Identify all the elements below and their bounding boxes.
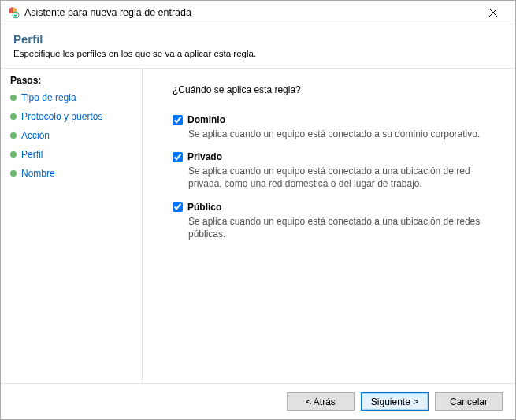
sidebar-item-label: Acción — [21, 130, 50, 141]
close-icon — [489, 9, 497, 17]
sidebar-item-accion[interactable]: Acción — [10, 130, 132, 141]
footer: < Atrás Siguiente > Cancelar — [1, 383, 515, 419]
cancel-button[interactable]: Cancelar — [435, 392, 503, 411]
sidebar-item-label: Tipo de regla — [21, 92, 76, 103]
sidebar-item-label: Nombre — [21, 168, 55, 179]
window-title: Asistente para nueva regla de entrada — [24, 7, 477, 18]
profile-desc: Se aplica cuando un equipo está conectad… — [188, 165, 493, 190]
steps-heading: Pasos: — [10, 75, 132, 86]
profile-desc: Se aplica cuando un equipo está conectad… — [188, 128, 493, 140]
sidebar-item-label: Perfil — [21, 149, 43, 160]
bullet-icon — [10, 113, 17, 120]
sidebar: Pasos: Tipo de regla Protocolo y puertos… — [1, 69, 143, 383]
sidebar-item-protocolo[interactable]: Protocolo y puertos — [10, 111, 132, 122]
sidebar-item-tipo[interactable]: Tipo de regla — [10, 92, 132, 103]
bullet-icon — [10, 95, 17, 101]
back-button[interactable]: < Atrás — [287, 392, 355, 411]
close-button[interactable] — [477, 2, 509, 24]
bullet-icon — [10, 170, 17, 177]
profile-row: Privado — [173, 151, 493, 162]
profile-label: Público — [187, 202, 221, 213]
sidebar-item-nombre[interactable]: Nombre — [10, 168, 132, 179]
profile-row: Público — [173, 202, 493, 213]
profile-question: ¿Cuándo se aplica esta regla? — [173, 84, 493, 95]
body-area: Pasos: Tipo de regla Protocolo y puertos… — [1, 69, 515, 383]
header-band: Perfil Especifique los perfiles en los q… — [1, 24, 515, 69]
profile-label: Dominio — [187, 114, 225, 125]
next-button[interactable]: Siguiente > — [361, 392, 429, 411]
profile-label: Privado — [187, 151, 222, 162]
sidebar-item-perfil[interactable]: Perfil — [10, 149, 132, 160]
titlebar: Asistente para nueva regla de entrada — [1, 1, 515, 24]
page-subtitle: Especifique los perfiles en los que se v… — [13, 49, 503, 58]
bullet-icon — [10, 151, 17, 158]
profile-group-privado: Privado Se aplica cuando un equipo está … — [173, 151, 493, 190]
profile-group-publico: Público Se aplica cuando un equipo está … — [173, 202, 493, 240]
checkbox-privado[interactable] — [173, 152, 183, 162]
profile-desc: Se aplica cuando un equipo está conectad… — [188, 215, 493, 240]
checkbox-publico[interactable] — [173, 202, 183, 212]
firewall-icon — [7, 6, 20, 19]
bullet-icon — [10, 132, 17, 139]
sidebar-item-label: Protocolo y puertos — [21, 111, 102, 122]
page-title: Perfil — [13, 32, 503, 46]
profile-row: Dominio — [173, 114, 493, 125]
checkbox-dominio[interactable] — [173, 115, 183, 125]
main-panel: ¿Cuándo se aplica esta regla? Dominio Se… — [143, 69, 515, 383]
profile-group-dominio: Dominio Se aplica cuando un equipo está … — [173, 114, 493, 140]
